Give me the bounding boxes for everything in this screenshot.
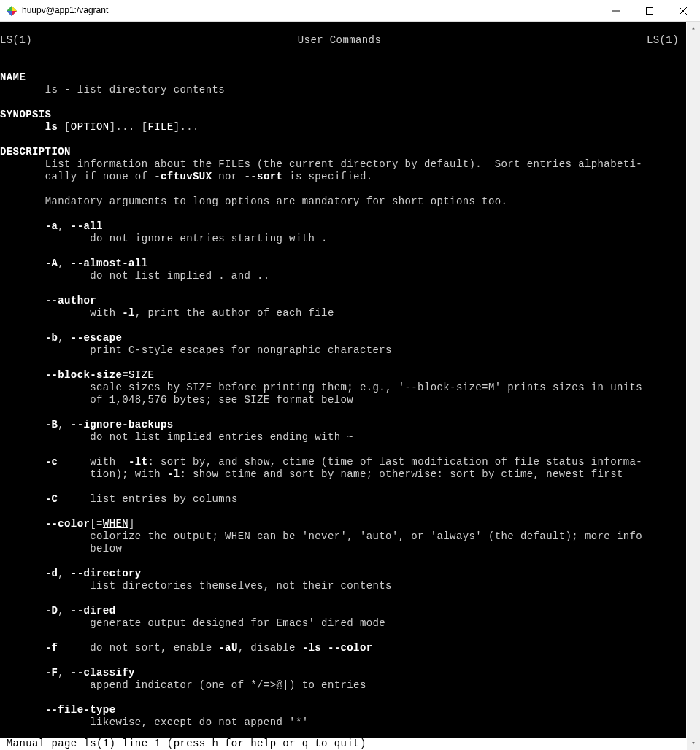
opt-F-desc: append indicator (one of */=>@|) to entr… — [90, 679, 366, 691]
opt-color-desc1: colorize the output; WHEN can be 'never'… — [90, 530, 642, 542]
opt-f-flag: -f — [45, 642, 58, 654]
desc-line-1a: List information about the FILEs (the cu… — [45, 158, 643, 170]
app-icon — [6, 5, 18, 17]
man-header-left: LS(1) — [0, 34, 32, 47]
window-titlebar: huupv@app1:/vagrant — [0, 0, 700, 22]
opt-d-flag: -d — [45, 568, 58, 579]
opt-D-desc: generate output designed for Emacs' dire… — [90, 617, 385, 629]
manpage-content: LS(1)User CommandsLS(1) NAME ls - list d… — [0, 22, 686, 750]
window-controls — [599, 0, 700, 22]
opt-filetype-desc: likewise, except do not append '*' — [90, 716, 308, 728]
opt-blocksize-desc1: scale sizes by SIZE before printing them… — [90, 382, 642, 393]
opt-color-arg: WHEN — [103, 518, 128, 530]
opt-f-desc: -ls --color — [302, 642, 373, 654]
scroll-down-icon[interactable]: ▾ — [687, 737, 700, 750]
svg-marker-1 — [12, 6, 17, 11]
opt-a-long: --all — [71, 220, 103, 232]
synopsis-option: OPTION — [71, 121, 109, 133]
opt-c-desc2: : show ctime and sort by name; otherwise… — [180, 468, 623, 480]
svg-rect-5 — [647, 8, 653, 15]
opt-a-desc: do not ignore entries starting with . — [90, 233, 328, 244]
opt-F-flag: -F — [45, 667, 58, 679]
desc-bold-sort: --sort — [244, 171, 282, 182]
opt-d-desc: list directories themselves, not their c… — [90, 580, 392, 592]
opt-C-flag: -C — [45, 493, 58, 505]
vertical-scrollbar[interactable]: ▴ ▾ — [687, 22, 700, 750]
opt-b-desc: print C-style escapes for nongraphic cha… — [90, 344, 392, 356]
opt-b-flag: -b — [45, 332, 58, 344]
opt-blocksize-long: --block-size — [45, 369, 123, 381]
scroll-up-icon[interactable]: ▴ — [687, 22, 700, 35]
opt-author-desc: , print the author of each file — [135, 307, 334, 319]
opt-color-long: --color — [45, 518, 91, 530]
opt-C-desc: list entries by columns — [90, 493, 237, 505]
name-line: ls - list directory contents — [45, 84, 225, 96]
opt-color-desc2: below — [90, 543, 122, 554]
opt-B-desc: do not list implied entries ending with … — [90, 431, 353, 443]
opt-blocksize-desc2: of 1,048,576 bytes; see SIZE format belo… — [90, 394, 353, 406]
man-header-center: User Commands — [298, 34, 381, 47]
opt-A-long: --almost-all — [71, 258, 148, 269]
desc-line-1b-pre: cally if none of — [45, 171, 155, 182]
section-synopsis: SYNOPSIS — [0, 109, 51, 120]
opt-author-long: --author — [45, 295, 96, 306]
desc-mandatory: Mandatory arguments to long options are … — [45, 196, 508, 207]
opt-b-long: --escape — [71, 332, 122, 344]
window-title: huupv@app1:/vagrant — [22, 4, 108, 17]
opt-c-flag: -c — [45, 456, 58, 468]
opt-F-long: --classify — [71, 667, 135, 679]
opt-a-flag: -a — [45, 220, 58, 232]
opt-A-flag: -A — [45, 258, 58, 269]
opt-d-long: --directory — [71, 568, 142, 579]
synopsis-file: FILE — [147, 121, 173, 133]
desc-bold-cftuv: -cftuvSUX — [154, 171, 212, 182]
svg-marker-3 — [7, 11, 12, 16]
opt-D-long: --dired — [71, 605, 116, 616]
opt-A-desc: do not list implied . and .. — [90, 270, 269, 282]
minimize-button[interactable] — [599, 0, 633, 22]
opt-B-flag: -B — [45, 419, 58, 430]
terminal-viewport[interactable]: LS(1)User CommandsLS(1) NAME ls - list d… — [0, 22, 686, 750]
opt-D-flag: -D — [45, 605, 58, 616]
section-description: DESCRIPTION — [0, 146, 71, 158]
pager-statusline: Manual page ls(1) line 1 (press h for he… — [0, 738, 686, 750]
close-button[interactable] — [666, 0, 700, 22]
opt-c-desc1: : sort by, and show, ctime (time of last… — [147, 456, 642, 468]
section-name: NAME — [0, 71, 26, 83]
synopsis-cmd: ls — [45, 121, 58, 133]
opt-B-long: --ignore-backups — [71, 419, 174, 430]
opt-blocksize-arg: SIZE — [128, 369, 154, 381]
svg-marker-2 — [12, 11, 17, 16]
man-header-right: LS(1) — [647, 34, 679, 47]
maximize-button[interactable] — [633, 0, 666, 22]
opt-filetype-long: --file-type — [45, 704, 116, 716]
